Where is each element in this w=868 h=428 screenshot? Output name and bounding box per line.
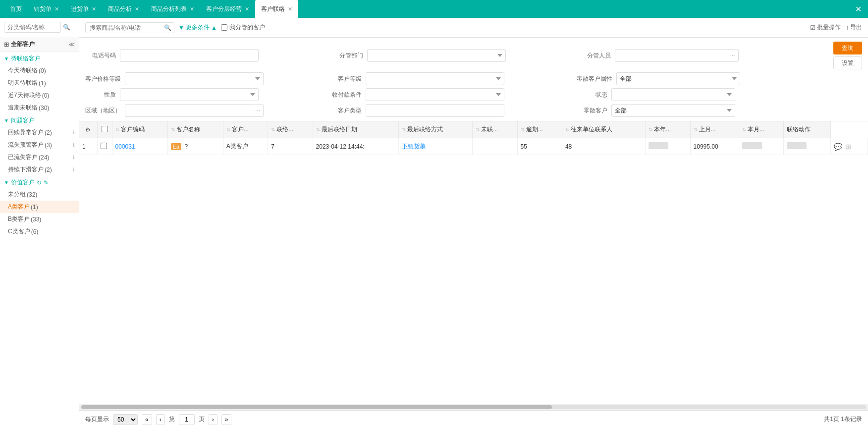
col-last-type[interactable]: 最后联络方式 (398, 121, 473, 138)
col-last-date[interactable]: 最后联络日期 (313, 121, 398, 138)
select-all-checkbox[interactable] (102, 126, 108, 132)
prev-page-button[interactable]: ‹ (156, 414, 165, 425)
row-last-type-link[interactable]: 下销货单 (402, 143, 426, 150)
churned-info-icon[interactable]: ℹ (73, 155, 75, 160)
tab-customer-contact-close[interactable]: ✕ (288, 6, 292, 12)
dept-select[interactable] (367, 49, 506, 62)
declining-info-icon[interactable]: ℹ (73, 167, 75, 172)
scrollbar-thumb[interactable] (81, 405, 552, 409)
tab-purchase-close[interactable]: ✕ (92, 6, 96, 12)
close-all-button[interactable]: ✕ (852, 3, 864, 15)
settings-button[interactable]: 设置 (833, 56, 862, 69)
sidebar-item-tomorrow-pending[interactable]: 明天待联络 (1) (0, 77, 79, 89)
tab-goods-list-close[interactable]: ✕ (190, 6, 194, 12)
sidebar-item-class-b[interactable]: B类客户 (33) (0, 213, 79, 225)
my-customer-checkbox[interactable] (221, 24, 227, 31)
col-last-month[interactable]: 上月... (690, 121, 739, 138)
tab-customer-tier[interactable]: 客户分层经营 ✕ (200, 0, 255, 18)
sidebar-item-7day-pending[interactable]: 近7天待联络 (0) (0, 89, 79, 102)
page-input[interactable] (179, 414, 195, 425)
sidebar-search-input[interactable] (4, 22, 61, 33)
filter-customer-tier: 客户等级 (331, 72, 577, 85)
tab-sales-close[interactable]: ✕ (54, 6, 59, 12)
row-actions: 💬 ⊞ (831, 138, 868, 155)
repurchase-info-icon[interactable]: ℹ (73, 130, 75, 135)
toolbar-search-input[interactable] (90, 24, 164, 31)
col-code[interactable]: 客户编码 (112, 121, 167, 138)
churn-warning-info-icon[interactable]: ℹ (73, 142, 75, 148)
row-select-checkbox[interactable] (101, 143, 107, 149)
per-page-select[interactable]: 50 100 (113, 414, 138, 425)
row-code[interactable]: 000031 (112, 138, 167, 155)
sidebar-item-overdue-uncontacted[interactable]: 逾期未联络 (30) (0, 102, 79, 114)
class-c-label: C类客户 (8, 227, 30, 236)
tab-purchase[interactable]: 进货单 ✕ (65, 0, 102, 18)
main-layout: 🔍 ⊞ 全部客户 ≪ ▼ 待联络客户 今天待联络 (0) 明天待联络 (1) 近… (0, 18, 868, 428)
unclassified-label: 未分组 (8, 190, 26, 199)
sidebar-collapse-icon[interactable]: ≪ (68, 41, 75, 48)
toolbar-search-icon[interactable]: 🔍 (164, 24, 171, 31)
row-grid-icon[interactable]: ⊞ (845, 143, 851, 151)
sidebar-item-class-a[interactable]: A类客户 (1) (0, 201, 79, 213)
tab-sales[interactable]: 销货单 ✕ (28, 0, 65, 18)
customer-tier-select[interactable] (366, 72, 504, 85)
col-this-year[interactable]: 本年... (646, 121, 690, 138)
col-company-contact[interactable]: 往来单位联系人 (562, 121, 645, 138)
my-customer-checkbox-area[interactable]: 我分管的客户 (221, 23, 265, 32)
region-input[interactable]: ··· (125, 104, 264, 117)
sidebar-section-problem[interactable]: ▼ 问题客户 (0, 114, 79, 126)
col-settings-icon[interactable]: ⚙ (85, 126, 91, 133)
pending-section-label: 待联络客户 (11, 54, 41, 63)
col-contact-count[interactable]: 联络... (268, 121, 313, 138)
sidebar-item-class-c[interactable]: C类客户 (6) (0, 225, 79, 238)
sidebar-item-churned[interactable]: 已流失客户 (24) ℹ (0, 151, 79, 163)
retail-attr-select[interactable]: 全部 (616, 72, 740, 85)
sidebar-section-value[interactable]: ▼ 价值客户 ↻ ✎ (0, 176, 79, 188)
value-edit-icon[interactable]: ✎ (44, 179, 49, 186)
col-name[interactable]: 客户名称 (167, 121, 223, 138)
export-label: 导出 (850, 23, 862, 32)
row-last-type[interactable]: 下销货单 (398, 138, 473, 155)
price-tier-select[interactable] (125, 72, 264, 85)
sidebar-section-pending[interactable]: ▼ 待联络客户 (0, 52, 79, 64)
last-page-button[interactable]: » (221, 414, 232, 425)
first-page-button[interactable]: « (142, 414, 152, 425)
col-overdue[interactable]: 逾期... (517, 121, 562, 138)
region-more-icon[interactable]: ··· (255, 107, 260, 114)
col-uncontacted[interactable]: 未联... (473, 121, 517, 138)
row-message-icon[interactable]: 💬 (834, 143, 842, 151)
sidebar-search-icon[interactable]: 🔍 (63, 24, 70, 31)
batch-op-button[interactable]: ☑ 批量操作 (810, 23, 841, 32)
export-button[interactable]: ↑ 导出 (846, 23, 862, 32)
filter-row-1: 电话号码 分管部门 分管人员 ··· 查询 (85, 42, 862, 69)
col-this-month[interactable]: 本月... (739, 121, 783, 138)
tab-home[interactable]: 首页 (4, 0, 28, 18)
sidebar-item-today-pending[interactable]: 今天待联络 (0) (0, 64, 79, 77)
sidebar-item-churn-warning[interactable]: 流失预警客户 (3) ℹ (0, 139, 79, 151)
tab-goods-analysis[interactable]: 商品分析 ✕ (102, 0, 145, 18)
manager-input[interactable]: ··· (615, 49, 739, 62)
retail-customer-select[interactable]: 全部 (611, 104, 735, 117)
tab-goods-analysis-close[interactable]: ✕ (135, 6, 139, 12)
unclassified-badge: (32) (27, 191, 37, 198)
next-page-button[interactable]: › (209, 414, 217, 425)
value-refresh-icon[interactable]: ↻ (37, 179, 42, 186)
tab-customer-contact[interactable]: 客户联络 ✕ (255, 0, 298, 18)
manager-more-icon[interactable]: ··· (730, 52, 735, 59)
phone-input[interactable] (120, 49, 259, 62)
horizontal-scrollbar[interactable] (79, 404, 868, 410)
more-filter-button[interactable]: ▼ 更多条件 ▲ (178, 23, 217, 32)
customer-type-input[interactable] (366, 104, 504, 117)
declining-label: 持续下滑客户 (8, 165, 44, 174)
sidebar-item-repurchase-abnormal[interactable]: 回购异常客户 (2) ℹ (0, 126, 79, 139)
scrollbar-track[interactable] (81, 405, 866, 409)
nature-select[interactable] (120, 88, 259, 101)
sidebar-item-unclassified[interactable]: 未分组 (32) (0, 188, 79, 201)
status-select[interactable] (611, 88, 735, 101)
payment-select[interactable] (366, 88, 504, 101)
tab-goods-list[interactable]: 商品分析列表 ✕ (145, 0, 200, 18)
col-tier[interactable]: 客户... (223, 121, 268, 138)
tab-customer-tier-close[interactable]: ✕ (245, 6, 249, 12)
query-button[interactable]: 查询 (833, 42, 862, 54)
sidebar-item-declining[interactable]: 持续下滑客户 (2) ℹ (0, 163, 79, 176)
